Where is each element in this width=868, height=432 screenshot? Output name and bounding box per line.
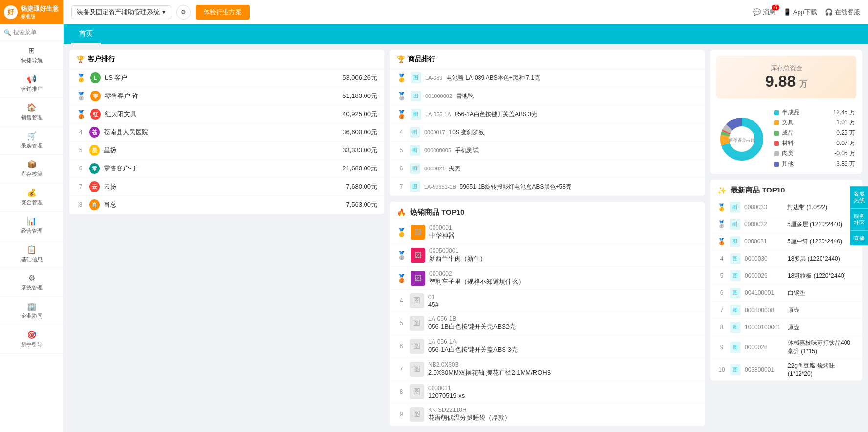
product-name: 夹壳 (449, 165, 460, 172)
medal-icon: 🥇 (397, 73, 407, 83)
product-code: 000500001 (429, 247, 698, 254)
product-ranking-card: 🏆 商品排行 🥇 图 LA-089 电池盖 LA-089 ABS本色+黑种 7.… (390, 50, 705, 196)
system-selector[interactable]: 装备及固定资产辅助管理系统 ▾ (71, 5, 171, 19)
settings-button[interactable]: ⚙ (176, 5, 191, 20)
customer-avatar: 星 (89, 145, 100, 156)
sidebar-item-inventory[interactable]: 📦 库存核算 (0, 155, 63, 183)
latest-product-item: 9 图 0000028 体械嘉枝味苏打饮品400毫升 (1*15) (710, 336, 862, 359)
legend-value: 1.01 万 (836, 119, 855, 127)
mobile-icon: 📱 (783, 8, 791, 16)
product-rank-item: 🥈 图 001000002 雪地靴 (390, 87, 705, 105)
sidebar-item-company[interactable]: 🏢 企业协同 (0, 297, 63, 325)
customer-rank-item: 5 星 星扬 33,333.00元 (69, 142, 384, 160)
product-info: 0000021 夹壳 (424, 165, 698, 173)
product-info: KK-SD22110H 花语萌偶温分腿睡袋（厚款） (428, 407, 698, 422)
sidebar-logo: 好 畅捷通好生意 标准版 (0, 0, 63, 24)
latest-product-item: 🥈 图 0000032 5厘多层 (1220*2440) (710, 216, 862, 233)
sidebar-item-system[interactable]: ⚙ 系统管理 (0, 268, 63, 297)
product-info: 001000002 雪地靴 (425, 92, 698, 100)
product-name: 2.0X30MM双摆花轴,摆花直径2.1MM/ROHS (428, 368, 698, 377)
float-btn-hotline[interactable]: 客服热线 (850, 186, 868, 208)
product-thumbnail: 图 (410, 293, 424, 308)
app-download-button[interactable]: 📱 App下载 (783, 8, 817, 17)
sidebar-item-sales[interactable]: 🏠 销售管理 (0, 98, 63, 126)
legend-value: -0.05 万 (834, 149, 855, 158)
legend-color (774, 120, 779, 125)
header-actions: 💬 消息 6 📱 App下载 🎧 在线客服 (753, 8, 860, 17)
page-nav: 首页 (64, 24, 868, 44)
sidebar-item-purchase[interactable]: 🛒 采购管理 (0, 126, 63, 155)
product-name: 雪地靴 (456, 93, 474, 99)
chevron-down-icon: ▾ (162, 8, 166, 16)
medal-icon: 🥉 (76, 110, 86, 119)
product-code: 0000033 (744, 204, 783, 211)
product-thumbnail: 🖼 (411, 271, 425, 286)
product-ranking-body: 🥇 图 LA-089 电池盖 LA-089 ABS本色+黑种 7.1克 🥈 图 … (390, 69, 705, 196)
search-menu[interactable]: 🔍 搜索菜单 (0, 24, 63, 41)
sidebar-item-finance[interactable]: 💰 资金管理 (0, 183, 63, 212)
customer-ranking-title: 客户排行 (88, 55, 115, 64)
message-icon: 💬 (753, 8, 761, 16)
product-code: 000800005 (424, 147, 451, 153)
product-code: KK-SD22110H (428, 407, 698, 413)
product-info: 0000002 智利车子里（规格不知道填什么） (429, 270, 698, 286)
product-name: 22g鱼豆腐-烧烤味 (1*12*20) (788, 362, 855, 377)
product-thumbnail: 图 (730, 253, 741, 264)
sidebar-item-label: 基础信息 (21, 256, 43, 263)
rank-number: 10 (717, 366, 726, 373)
latest-product-item: 7 图 000800008 原壶 (710, 302, 862, 319)
sidebar-item-label: 新手引导 (21, 341, 43, 348)
product-thumbnail: 🖼 (411, 248, 425, 263)
finance-icon: 💰 (27, 188, 37, 197)
latest-icon: ✨ (717, 186, 727, 195)
product-thumbnail: 图 (730, 202, 740, 213)
legend-item: 成品 0.25 万 (774, 129, 855, 137)
product-name: 手机测试 (455, 147, 479, 154)
sales-icon: 🏠 (27, 103, 37, 112)
headset-icon: 🎧 (825, 8, 833, 16)
product-name: 原壶 (788, 306, 855, 314)
sidebar-item-quick-nav[interactable]: ⊞ 快捷导航 (0, 41, 63, 70)
product-thumb: 图 (410, 163, 420, 174)
online-service-button[interactable]: 🎧 在线客服 (825, 8, 860, 17)
hot-product-item: 7 图 NB2.0X30B 2.0X30MM双摆花轴,摆花直径2.1MM/ROH… (390, 358, 705, 381)
sidebar-item-operations[interactable]: 📊 经营管理 (0, 212, 63, 240)
chart-center-label: 库存资金占比 (729, 138, 755, 143)
customer-rank-item: 8 肖 肖总 7,563.00元 (69, 196, 384, 214)
product-thumbnail: 图 (730, 219, 740, 230)
hot-product-item: 🥉 🖼 0000002 智利车子里（规格不知道填什么） (390, 267, 705, 290)
messages-button[interactable]: 💬 消息 6 (753, 8, 776, 17)
hot-products-label: 热销商品 TOP10 (410, 208, 464, 217)
sidebar-item-label: 快捷导航 (21, 57, 43, 64)
experience-button[interactable]: 体验行业方案 (196, 5, 250, 20)
middle-panels: 🏆 商品排行 🥇 图 LA-089 电池盖 LA-089 ABS本色+黑种 7.… (390, 50, 705, 426)
product-code: 004100001 (745, 289, 784, 296)
customer-avatar: 零 (89, 163, 100, 174)
sidebar-item-label: 系统管理 (21, 284, 43, 291)
search-icon: 🔍 (4, 29, 11, 36)
customer-amount: 53,006.26元 (343, 73, 377, 82)
product-name: 45# (428, 301, 698, 308)
product-code: LA-056-1A (425, 111, 451, 117)
customer-ranking-header: 🏆 客户排行 (69, 50, 384, 69)
sidebar-item-basic[interactable]: 📋 基础信息 (0, 240, 63, 268)
latest-product-item: 6 图 004100001 白钢垫 (710, 285, 862, 302)
float-btn-community[interactable]: 服务社区 (850, 208, 868, 231)
guide-icon: 🎯 (27, 330, 37, 339)
latest-products-title: ✨ 最新商品 TOP10 (710, 180, 862, 199)
tab-home[interactable]: 首页 (71, 24, 101, 44)
customer-rank-item: 7 云 云扬 7,680.00元 (69, 178, 384, 196)
legend-value: 0.07 万 (836, 139, 855, 147)
sidebar-item-guide[interactable]: 🎯 新手引导 (0, 325, 63, 354)
product-name: 电池盖 LA-089 ABS本色+黑种 7.1克 (446, 74, 540, 81)
customer-avatar: 红 (90, 109, 101, 120)
float-btn-live[interactable]: 直播 (850, 230, 868, 245)
medal-icon: 🥇 (717, 203, 726, 211)
product-name: 花语萌偶温分腿睡袋（厚款） (428, 413, 698, 422)
legend-color (774, 141, 779, 146)
sidebar-item-marketing[interactable]: 📢 营销推广 (0, 70, 63, 98)
product-info: 0000001 中华神器 (429, 224, 698, 240)
trophy-icon-2: 🏆 (397, 55, 405, 63)
product-thumb: 图 (411, 91, 421, 101)
customer-rank-item: 6 零 零售客户-于 21,680.00元 (69, 160, 384, 178)
